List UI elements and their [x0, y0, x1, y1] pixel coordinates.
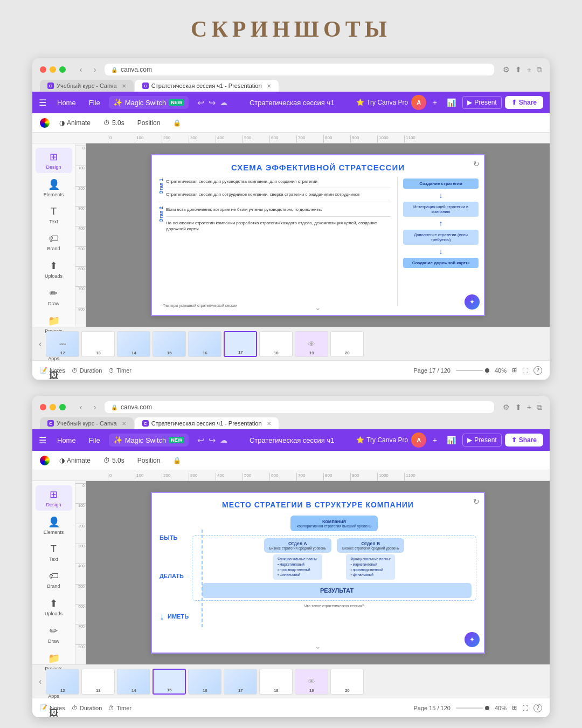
notes-btn-1[interactable]: 📝 Notes	[40, 367, 65, 374]
thumb2-14[interactable]: 14	[117, 669, 150, 695]
animate-btn-1[interactable]: ◑ Animate	[56, 118, 94, 128]
magic-switch-btn-1[interactable]: ✨ Magic Switch NEW	[109, 96, 189, 109]
redo-icon-2[interactable]: ↪	[209, 435, 216, 445]
color-palette-2[interactable]	[40, 456, 50, 465]
avatar-1[interactable]: A	[411, 95, 426, 110]
zoom-slider-2[interactable]	[456, 706, 489, 710]
sidebar-item-text-2[interactable]: T Text	[36, 540, 72, 565]
magic-fab-1[interactable]: ✦	[465, 294, 480, 310]
close-button-2[interactable]	[40, 404, 46, 410]
back-button-1[interactable]: ‹	[75, 64, 86, 75]
zoom-slider-1[interactable]	[456, 368, 489, 373]
hamburger-icon-1[interactable]: ☰	[39, 98, 46, 108]
position-btn-2[interactable]: Position	[134, 455, 164, 466]
maximize-button-2[interactable]	[59, 404, 66, 410]
duration-btn-1[interactable]: ⏱ 5.0s	[100, 118, 128, 128]
filmstrip-left-arrow-2[interactable]: ‹	[37, 677, 44, 686]
avatar-2[interactable]: A	[411, 432, 426, 448]
thumb-16[interactable]: 16	[188, 331, 221, 357]
fullscreen-icon-1[interactable]: ⛶	[522, 367, 528, 374]
slide-canvas-1[interactable]: СХЕМА ЭФФЕКТИВНОЙ СТРАТСЕССИИ Этап 1 Стр…	[151, 154, 485, 316]
thumb2-15[interactable]: 15	[153, 669, 186, 695]
browser-tab-canva-1[interactable]: C Учебный курс - Canva ✕	[40, 80, 134, 92]
share-btn-2[interactable]: ⬆ Share	[505, 434, 543, 447]
filmstrip-left-arrow-1[interactable]: ‹	[37, 339, 44, 349]
new-tab-icon-2[interactable]: +	[527, 403, 531, 412]
thumb2-18[interactable]: 18	[259, 669, 293, 695]
share-browser-icon-2[interactable]: ⬆	[515, 403, 522, 412]
position-btn-1[interactable]: Position	[134, 118, 164, 128]
new-tab-icon-1[interactable]: +	[527, 65, 531, 74]
grid-icon-1[interactable]: ⊞	[512, 367, 517, 374]
lock-btn-1[interactable]: 🔒	[170, 118, 184, 128]
thumb-20[interactable]: 20	[330, 331, 364, 357]
sidebar-item-text-1[interactable]: T Text	[36, 203, 72, 228]
refresh-icon-1[interactable]: ↻	[473, 160, 480, 168]
thumb-18[interactable]: 18	[259, 331, 293, 357]
thumb2-17[interactable]: 17	[224, 669, 257, 695]
share-browser-icon-1[interactable]: ⬆	[515, 65, 522, 74]
thumb-13[interactable]: 13	[81, 331, 115, 357]
home-btn-2[interactable]: Home	[53, 434, 80, 447]
forward-button-2[interactable]: ›	[89, 402, 100, 413]
try-pro-btn-2[interactable]: ⭐ Try Canva Pro	[356, 436, 408, 444]
browser-tab-canva-2[interactable]: C Учебный курс - Canva ✕	[40, 417, 134, 429]
minimize-button-1[interactable]	[50, 66, 56, 73]
sidebar-item-brand-1[interactable]: 🏷 Brand	[36, 230, 72, 255]
fullscreen-icon-2[interactable]: ⛶	[522, 705, 528, 711]
present-btn-2[interactable]: ▶ Present	[462, 434, 501, 447]
hamburger-icon-2[interactable]: ☰	[39, 435, 46, 445]
try-pro-btn-1[interactable]: ⭐ Try Canva Pro	[356, 99, 408, 106]
browser-tab-presentation-2[interactable]: C Стратегическая сессия ч1 - Presentatio…	[135, 417, 279, 429]
sidebar-item-draw-1[interactable]: ✏ Draw	[36, 284, 72, 310]
minimize-button-2[interactable]	[50, 404, 56, 410]
sidebar-item-elements-1[interactable]: 👤 Elements	[36, 175, 72, 201]
slide-canvas-2[interactable]: МЕСТО СТРАТЕГИИ В СТРУКТУРЕ КОМПАНИИ БЫТ…	[151, 492, 485, 654]
undo-icon-2[interactable]: ↩	[197, 435, 204, 445]
duration-btn-2[interactable]: ⏱ 5.0s	[100, 455, 128, 466]
thumb2-20[interactable]: 20	[330, 669, 364, 695]
back-button-2[interactable]: ‹	[75, 402, 86, 413]
animate-btn-2[interactable]: ◑ Animate	[56, 455, 94, 466]
window-icon-2[interactable]: ⧉	[537, 403, 542, 412]
sidebar-item-uploads-2[interactable]: ⬆ Uploads	[36, 594, 72, 620]
duration-status-btn-1[interactable]: ⏱ Duration	[72, 367, 102, 374]
browser-tab-presentation-1[interactable]: C Стратегическая сессия ч1 - Presentatio…	[135, 80, 279, 92]
bookmark-icon-1[interactable]: ⚙	[503, 65, 510, 74]
bookmark-icon-2[interactable]: ⚙	[503, 403, 510, 412]
timer-btn-1[interactable]: ⏱ Timer	[108, 367, 131, 374]
tab1-close-2[interactable]: ✕	[122, 421, 126, 427]
thumb2-12[interactable]: 12	[46, 669, 79, 695]
color-palette-1[interactable]	[40, 118, 50, 128]
present-btn-1[interactable]: ▶ Present	[462, 96, 501, 109]
refresh-icon-2[interactable]: ↻	[473, 497, 480, 506]
thumb2-19[interactable]: 👁 19	[295, 669, 328, 695]
thumb-19[interactable]: 👁 19	[295, 331, 328, 357]
magic-switch-btn-2[interactable]: ✨ Magic Switch NEW	[109, 434, 189, 447]
thumb-12[interactable]: slide 12	[46, 331, 79, 357]
thumb2-13[interactable]: 13	[81, 669, 115, 695]
file-btn-1[interactable]: File	[85, 97, 105, 109]
duration-status-btn-2[interactable]: ⏱ Duration	[72, 705, 102, 711]
lock-btn-2[interactable]: 🔒	[170, 455, 184, 466]
sidebar-item-elements-2[interactable]: 👤 Elements	[36, 513, 72, 538]
thumb-14[interactable]: 14	[117, 331, 150, 357]
tab1-close-1[interactable]: ✕	[122, 83, 126, 89]
timer-btn-2[interactable]: ⏱ Timer	[108, 705, 131, 711]
sidebar-item-design-1[interactable]: ⊞ Design	[36, 148, 72, 173]
sidebar-item-design-2[interactable]: ⊞ Design	[36, 485, 72, 511]
undo-icon-1[interactable]: ↩	[197, 98, 204, 108]
sidebar-item-brand-2[interactable]: 🏷 Brand	[36, 567, 72, 592]
home-btn-1[interactable]: Home	[53, 97, 80, 109]
file-btn-2[interactable]: File	[85, 434, 105, 447]
address-bar-1[interactable]: 🔒 canva.com	[105, 64, 494, 75]
address-bar-2[interactable]: 🔒 canva.com	[105, 401, 494, 413]
sidebar-item-draw-2[interactable]: ✏ Draw	[36, 622, 72, 647]
tab2-close-2[interactable]: ✕	[267, 421, 271, 427]
share-btn-1[interactable]: ⬆ Share	[505, 96, 543, 109]
thumb2-16[interactable]: 16	[188, 669, 221, 695]
redo-icon-1[interactable]: ↪	[209, 98, 216, 108]
help-icon-1[interactable]: ?	[534, 366, 542, 375]
magic-fab-2[interactable]: ✦	[465, 632, 480, 647]
tab2-close-1[interactable]: ✕	[267, 83, 271, 89]
